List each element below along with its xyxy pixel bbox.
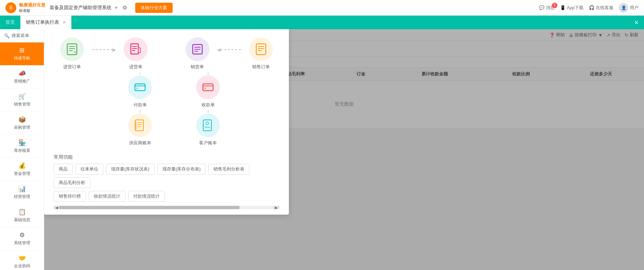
func-btn-sales-margin[interactable]: 销售毛利分析表 [208, 164, 249, 175]
sales-bill-circle [186, 37, 209, 61]
brand-name: 畅康通好生意 [19, 2, 46, 8]
svg-rect-23 [135, 121, 137, 129]
supplier-ledger-circle [128, 113, 152, 137]
flow-diagram: 进货订单 ▶ [54, 37, 279, 146]
sidebar-item-inventory[interactable]: 🏪 库存核算 [0, 135, 44, 158]
sidebar-item-marketing[interactable]: 📣 营销推广 [0, 66, 44, 89]
system-title-area: 装备及固定资产辅助管理系统 ▼ ⚙ 体验行业方案 [50, 3, 539, 13]
settings-btn[interactable]: ⚙ [121, 3, 128, 12]
supplier-ledger-label: 供应商账本 [129, 140, 151, 146]
flow-node-receipt[interactable]: ¥ 收款单 [188, 75, 228, 108]
sidebar-item-label-inventory: 库存核算 [14, 148, 30, 154]
sidebar-item-finance[interactable]: 💰 资金管理 [0, 158, 44, 181]
func-btn-sales-ranking[interactable]: 销售排行榜 [54, 191, 86, 202]
sidebar-item-label-marketing: 营销推广 [14, 78, 30, 84]
experience-btn[interactable]: 体验行业方案 [135, 3, 173, 13]
finance-icon: 💰 [18, 162, 26, 169]
user-btn[interactable]: 👤 用户 [619, 3, 639, 13]
func-buttons-row2: 销售排行榜 收款情况统计 付款情况统计 [54, 191, 279, 202]
tab-sales-label: 销售订单执行表 [26, 19, 59, 25]
sidebar-item-label-finance: 资金管理 [14, 171, 30, 177]
inventory-icon: 🏪 [18, 139, 26, 146]
sidebar-item-quick-nav[interactable]: ⊞ 快捷导航 [0, 42, 44, 66]
quick-nav-popup: 进货订单 ▶ [44, 29, 289, 215]
app-download-btn[interactable]: 📱 App下载 [560, 5, 584, 11]
system-icon: ⚙ [19, 231, 25, 239]
flow-node-supplier-ledger[interactable]: 供应商账本 [120, 113, 160, 146]
purchase-order-label: 进货订单 [63, 64, 81, 70]
svg-rect-0 [67, 44, 77, 55]
scroll-right-btn[interactable]: ▶ [273, 206, 279, 209]
flow-node-sales-order[interactable]: 销售订单 [242, 37, 279, 70]
sidebar-item-label-quick-nav: 快捷导航 [14, 55, 30, 61]
sidebar-item-system[interactable]: ⚙ 系统管理 [0, 227, 44, 250]
sidebar-item-basic-info[interactable]: 📋 基础信息 [0, 204, 44, 227]
app-download-label: App下载 [567, 5, 584, 11]
down-arrow-receipt: ↓ [188, 108, 228, 113]
popup-overlay: 进货订单 ▶ [44, 29, 644, 270]
sidebar-item-operations[interactable]: 📊 经营管理 [0, 181, 44, 204]
sidebar-item-label-sales: 销售管理 [14, 102, 30, 107]
brand-version: 标准版 [19, 8, 46, 13]
purchase-order-circle [60, 37, 84, 61]
flow-row-3: 供应商账本 客户账本 [54, 113, 279, 146]
message-btn[interactable]: 💬 消息 5 [539, 5, 555, 11]
app-icon: 📱 [560, 5, 565, 10]
flow-node-purchase-order[interactable]: 进货订单 [54, 37, 91, 70]
logo-area: 6 畅康通好生意 标准版 [5, 2, 50, 13]
func-btn-partner[interactable]: 往来单位 [75, 164, 103, 175]
sidebar-item-sales[interactable]: 🛒 销售管理 [0, 89, 44, 112]
func-btn-payment-stats[interactable]: 付款情况统计 [128, 191, 165, 202]
user-avatar: 👤 [619, 3, 628, 13]
flow-node-payment[interactable]: ¥ 付款单 [120, 75, 160, 108]
sales-bill-label: 销货单 [191, 64, 204, 70]
sales-order-label: 销售订单 [252, 64, 270, 70]
func-btn-stock-dist[interactable]: 现存量(库存分布表) [157, 164, 206, 175]
user-name: 用户 [630, 5, 639, 11]
func-buttons-row1: 商品 往来单位 现存量(库存状况表) 现存量(库存分布表) 销售毛利分析表 商品… [54, 164, 279, 188]
receipt-label: 收款单 [202, 102, 215, 108]
func-btn-receipt-stats[interactable]: 收款情况统计 [89, 191, 125, 202]
sidebar: 🔍 搜索菜单 ⊞ 快捷导航 📣 营销推广 🛒 销售管理 📦 采购管理 🏪 库存核… [0, 29, 44, 270]
tab-close-icon[interactable]: ✕ [63, 20, 66, 25]
tab-sales-exec[interactable]: 销售订单执行表 ✕ [20, 16, 71, 29]
flow-node-sales-bill[interactable]: 销货单 [179, 37, 216, 70]
down-arrow-payment: ↓ [120, 108, 160, 113]
flow-node-purchase-bill[interactable]: 进货单 [117, 37, 154, 70]
func-btn-stock-status[interactable]: 现存量(库存状况表) [106, 164, 155, 175]
svg-rect-27 [203, 120, 211, 131]
sales-order-circle [249, 37, 273, 61]
popup-scrollbar[interactable]: ◀ ▶ [54, 206, 279, 209]
flow-arrows-down-2: ↓ ↓ [54, 108, 279, 113]
func-btn-product[interactable]: 商品 [54, 164, 73, 175]
search-icon: 🔍 [4, 33, 10, 38]
purchase-bill-label: 进货单 [129, 64, 142, 70]
flow-arrows-down: ↓ ↓ [54, 70, 279, 75]
sidebar-item-purchase[interactable]: 📦 采购管理 [0, 112, 44, 135]
sidebar-item-label-purchase: 采购管理 [14, 125, 30, 130]
sidebar-item-label-operations: 经营管理 [14, 194, 30, 200]
tab-home[interactable]: 首页 [0, 16, 20, 29]
basic-info-icon: 📋 [18, 208, 26, 216]
purchase-icon: 📦 [18, 116, 26, 123]
system-dropdown-btn[interactable]: ▼ [114, 5, 118, 10]
operations-icon: 📊 [18, 185, 26, 193]
scroll-thumb[interactable] [59, 206, 240, 209]
search-menu-btn[interactable]: 🔍 搜索菜单 [0, 29, 44, 42]
svg-rect-12 [256, 44, 266, 55]
top-header: 6 畅康通好生意 标准版 装备及固定资产辅助管理系统 ▼ ⚙ 体验行业方案 💬 … [0, 0, 644, 16]
flow-node-customer-ledger[interactable]: 客户账本 [188, 113, 228, 146]
sidebar-item-label-system: 系统管理 [14, 240, 30, 246]
arrow-purchase-to-bill: ▶ [92, 47, 116, 60]
quick-nav-icon: ⊞ [19, 47, 24, 54]
customer-ledger-circle [196, 113, 220, 137]
online-service-btn[interactable]: 🎧 在线客服 [589, 5, 613, 11]
message-icon: 💬 [539, 5, 544, 10]
func-btn-product-margin[interactable]: 商品毛利分析 [54, 177, 90, 188]
header-right: 💬 消息 5 📱 App下载 🎧 在线客服 👤 用户 [539, 3, 639, 13]
enterprise-icon: 🤝 [18, 254, 26, 262]
tab-bar-close-btn[interactable]: ✕ [634, 19, 639, 26]
sidebar-item-label-basic-info: 基础信息 [14, 217, 30, 223]
sidebar-item-enterprise[interactable]: 🤝 企业协同 [0, 250, 44, 270]
tab-home-label: 首页 [5, 19, 15, 25]
